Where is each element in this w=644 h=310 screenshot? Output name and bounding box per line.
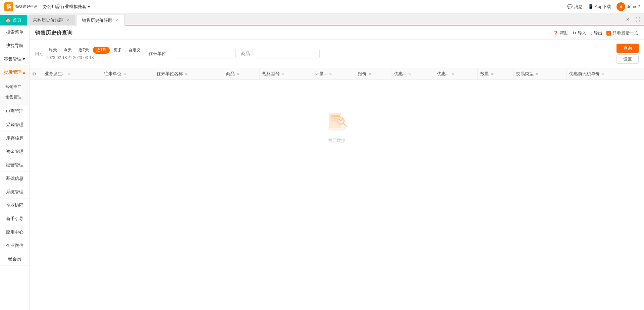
sidebar-item-system[interactable]: 系统管理 bbox=[0, 185, 29, 199]
col-quantity[interactable]: 数量 ⇅ bbox=[477, 68, 514, 80]
filter-area: 日期 昨天 今天 近7天 近1月 更多 自定义 2023-02-18 至 202… bbox=[30, 40, 644, 68]
sidebar-item-purchase-mgmt[interactable]: 采购管理 bbox=[0, 118, 29, 132]
sidebar-item-search-menu[interactable]: 搜索菜单 bbox=[0, 25, 29, 39]
product-input-wrapper[interactable]: ... bbox=[253, 49, 320, 58]
app-download-label: App下载 bbox=[595, 4, 611, 10]
import-button[interactable]: ↻ 导入 bbox=[573, 30, 586, 36]
sidebar-retail-mgmt-label: 零售管理 bbox=[4, 56, 21, 62]
date-option-custom[interactable]: 自定义 bbox=[126, 47, 143, 54]
sidebar-item-member[interactable]: 畅会员 bbox=[0, 252, 29, 266]
col-settings: ⚙ bbox=[30, 68, 42, 80]
date-option-more[interactable]: 更多 bbox=[111, 47, 124, 54]
col-unit[interactable]: 计量... ⇅ bbox=[312, 68, 355, 80]
product-input[interactable] bbox=[256, 51, 314, 56]
tab-home[interactable]: 🏠 首页 bbox=[0, 15, 27, 25]
settings-icon[interactable]: ⚙ bbox=[32, 71, 36, 76]
sidebar-app-center-label: 应用中心 bbox=[6, 229, 23, 235]
sidebar-corp-wechat-label: 企业微信 bbox=[6, 243, 23, 249]
content-area: 销售历史价查询 ❓ 帮助 ↻ 导入 ↓ 导出 ✓ bbox=[30, 25, 644, 310]
svg-rect-2 bbox=[331, 115, 340, 117]
date-option-7days[interactable]: 近7天 bbox=[76, 47, 92, 54]
col-partner-name[interactable]: 往来单位名称 ⇅ bbox=[154, 68, 223, 80]
sidebar-item-finance[interactable]: 资金管理 bbox=[0, 145, 29, 158]
sidebar-sales-mgmt-label: 销售管理 bbox=[5, 95, 21, 99]
sort-icon: ⇅ bbox=[67, 72, 70, 76]
col-spec[interactable]: 规格型号 ⇅ bbox=[259, 68, 312, 80]
tab-bar: 🏠 首页 采购历史价跟踪 ✕ 销售历史价跟踪 ✕ ✕ ⛶ bbox=[0, 13, 644, 25]
sidebar-system-label: 系统管理 bbox=[6, 189, 23, 195]
sidebar-item-marketing[interactable]: 营销推广 bbox=[3, 82, 28, 92]
sidebar-item-wholesale-mgmt[interactable]: 批发管理 ▴ bbox=[0, 66, 29, 79]
only-last-label: 只看最后一次 bbox=[612, 30, 639, 36]
top-header: 畅 畅捷通好生意 办公用品行业模拟账套 ▾ 💬 消息 📱 App下载 d dem… bbox=[0, 0, 644, 13]
tab-maximize-button[interactable]: ⛶ bbox=[634, 16, 641, 23]
logo-area: 畅 畅捷通好生意 bbox=[4, 2, 38, 11]
app-download-action[interactable]: 📱 App下载 bbox=[588, 4, 611, 10]
search-button[interactable]: 查询 bbox=[616, 44, 639, 53]
export-icon: ↓ bbox=[590, 31, 593, 36]
tab-close-all-button[interactable]: ✕ bbox=[625, 16, 631, 23]
empty-state: 暂元数据 bbox=[30, 80, 644, 164]
sidebar-item-inventory[interactable]: 库存核算 bbox=[0, 132, 29, 145]
tab-purchase-history-close[interactable]: ✕ bbox=[65, 18, 70, 22]
only-last-checkbox[interactable]: ✓ 只看最后一次 bbox=[606, 30, 639, 36]
date-range-text: 2023-02-18 至 2023-03-18 bbox=[46, 55, 143, 61]
export-button[interactable]: ↓ 导出 bbox=[590, 30, 603, 36]
export-label: 导出 bbox=[594, 30, 602, 36]
page-container: 销售历史价查询 ❓ 帮助 ↻ 导入 ↓ 导出 ✓ bbox=[30, 25, 644, 310]
col-product-label: 商品 bbox=[226, 71, 235, 76]
col-partner-code[interactable]: 往来单位 ⇅ bbox=[101, 68, 154, 80]
home-icon: 🏠 bbox=[5, 18, 11, 23]
product-filter-group: 商品 ... bbox=[241, 49, 320, 58]
col-trade-type[interactable]: 交易类型 ⇅ bbox=[514, 68, 566, 80]
sidebar-item-basic-info[interactable]: 基础信息 bbox=[0, 172, 29, 185]
sidebar-item-app-center[interactable]: 应用中心 bbox=[0, 225, 29, 239]
message-action[interactable]: 💬 消息 bbox=[567, 4, 583, 10]
import-label: 导入 bbox=[578, 30, 586, 36]
partner-input[interactable] bbox=[172, 51, 230, 56]
col-discount2[interactable]: 优惠... ⇅ bbox=[434, 68, 477, 80]
sort-icon: ⇅ bbox=[601, 72, 604, 76]
col-tax-price[interactable]: 优惠前无税单价 ⇅ bbox=[566, 68, 644, 80]
sidebar-item-enterprise[interactable]: 企业协同 bbox=[0, 199, 29, 212]
message-icon: 💬 bbox=[567, 4, 573, 9]
sidebar-basic-info-label: 基础信息 bbox=[6, 175, 23, 182]
sidebar-item-new-guide[interactable]: 新手引导 bbox=[0, 212, 29, 225]
sidebar-item-operations[interactable]: 经营管理 bbox=[0, 158, 29, 172]
col-quote[interactable]: 报价 ⇅ bbox=[355, 68, 391, 80]
sidebar-item-ecommerce[interactable]: 电商管理 bbox=[0, 105, 29, 118]
sort-icon: ⇅ bbox=[369, 72, 371, 76]
tab-home-label: 首页 bbox=[13, 17, 21, 23]
col-unit-label: 计量... bbox=[315, 71, 327, 76]
help-button[interactable]: ❓ 帮助 bbox=[553, 30, 569, 36]
partner-dots-icon[interactable]: ... bbox=[230, 52, 233, 56]
checkbox-checked-icon: ✓ bbox=[606, 31, 611, 36]
tab-sales-history-close[interactable]: ✕ bbox=[114, 18, 119, 23]
tab-purchase-history[interactable]: 采购历史价跟踪 ✕ bbox=[28, 15, 75, 25]
sort-icon: ⇅ bbox=[123, 72, 126, 76]
sidebar-search-menu-label: 搜索菜单 bbox=[6, 29, 23, 35]
app-selector[interactable]: 办公用品行业模拟账套 ▾ bbox=[40, 2, 93, 11]
sidebar-item-sales-mgmt[interactable]: 销售管理 bbox=[3, 92, 28, 102]
sort-icon: ⇅ bbox=[536, 72, 538, 76]
col-partner-code-label: 往来单位 bbox=[104, 71, 121, 76]
date-option-today[interactable]: 今天 bbox=[61, 47, 74, 54]
col-product[interactable]: 商品 ⇅ bbox=[223, 68, 260, 80]
partner-input-wrapper[interactable]: ... bbox=[169, 49, 236, 58]
tab-purchase-history-label: 采购历史价跟踪 bbox=[33, 17, 63, 23]
sidebar-item-quick-nav[interactable]: 快捷导航 bbox=[0, 39, 29, 52]
sort-icon: ⇅ bbox=[329, 72, 332, 76]
date-option-1month[interactable]: 近1月 bbox=[93, 47, 110, 54]
col-biz-date[interactable]: 业务发生... ⇅ bbox=[42, 68, 101, 80]
sidebar-item-retail-mgmt[interactable]: 零售管理 ▾ bbox=[0, 52, 29, 66]
user-profile[interactable]: d demo2 bbox=[616, 2, 640, 11]
sidebar-purchase-mgmt-label: 采购管理 bbox=[6, 122, 23, 128]
col-quote-label: 报价 bbox=[358, 71, 367, 76]
product-dots-icon[interactable]: ... bbox=[314, 52, 317, 56]
setting-button[interactable]: 设置 bbox=[616, 54, 639, 64]
date-option-yesterday[interactable]: 昨天 bbox=[46, 47, 60, 54]
tab-sales-history[interactable]: 销售历史价跟踪 ✕ bbox=[76, 15, 125, 25]
sidebar-item-corp-wechat[interactable]: 企业微信 bbox=[0, 239, 29, 252]
col-discount1[interactable]: 优惠... ⇅ bbox=[391, 68, 434, 80]
partner-filter-group: 往来单位 ... bbox=[149, 49, 236, 58]
